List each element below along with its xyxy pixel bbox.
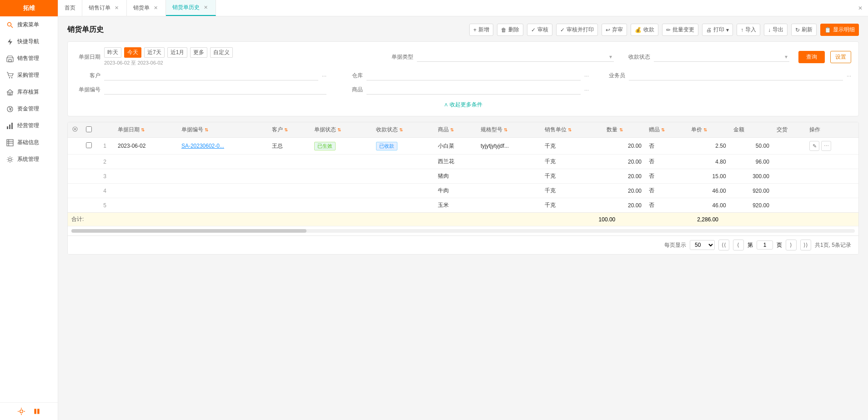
docno-input[interactable] [104,85,326,95]
date-btn-7days[interactable]: 近7天 [144,47,165,58]
sort-icon: ⇅ [450,127,454,132]
edit-action-button[interactable]: ✎ [809,141,819,151]
page-word: 第 [748,241,753,249]
svg-point-0 [8,22,11,26]
row-spec [477,169,541,184]
doc-type-select[interactable]: ▾ [417,52,614,62]
select-all-checkbox[interactable] [86,126,92,132]
sidebar-item-operation[interactable]: 经营管理 [0,117,58,134]
refresh-button[interactable]: ↻ 刷新 [791,24,817,36]
staff-input[interactable] [629,71,843,80]
collect-status-select[interactable]: ▾ [654,52,789,62]
tab-close-icon[interactable]: ✕ [202,4,209,11]
th-gift[interactable]: 赠品 ⇅ [645,122,687,138]
more-action-button[interactable]: ⋯ [821,141,831,151]
date-btn-1month[interactable]: 近1月 [167,47,188,58]
filter-item-goods: 商品 ··· [337,85,589,95]
prev-page-button[interactable]: ⟨ [733,240,744,250]
sidebar-item-inventory[interactable]: 库存核算 [0,84,58,100]
warehouse-dots-icon[interactable]: ··· [584,73,589,79]
horizontal-scrollbar[interactable] [71,229,855,233]
sidebar-item-label: 系统管理 [17,155,39,163]
batch-change-button[interactable]: ✏ 批量变更 [662,24,698,36]
row-checkbox[interactable] [86,142,92,148]
print-button[interactable]: 🖨 打印 ▾ [702,24,733,36]
svg-point-23 [74,128,76,130]
goods-dots-icon[interactable]: ··· [584,87,589,93]
collect-button[interactable]: 💰 收款 [631,24,658,36]
th-collectstatus[interactable]: 收款状态 ⇅ [372,122,434,138]
date-range-value: 2023-06-02 至 2023-06-02 [104,60,377,66]
customer-input[interactable] [104,71,318,80]
page-number-input[interactable] [757,240,773,250]
pause-icon[interactable] [33,407,41,415]
row-goods: 玉米 [434,198,477,213]
th-date[interactable]: 单据日期 ⇅ [114,122,178,138]
settings-bottom-icon[interactable] [17,407,25,415]
date-btn-yesterday[interactable]: 昨天 [104,47,121,58]
th-docno[interactable]: 单据编号 ⇅ [178,122,268,138]
page-size-select[interactable]: 50 100 [690,240,715,250]
row-transaction [773,138,806,155]
tab-home[interactable]: 首页 [58,0,82,16]
tab-sales-order[interactable]: 销售订单 ✕ [82,0,127,16]
goods-input[interactable] [366,85,581,95]
discard-button[interactable]: ↩ 弃审 [602,24,627,36]
tabs-end-close-icon[interactable]: ✕ [853,5,868,11]
audit-button[interactable]: ✓ 审核 [527,24,552,36]
show-detail-button[interactable]: 📋 显示明细 [820,24,859,36]
customer-dots-icon[interactable]: ··· [322,73,326,79]
sidebar-item-search-menu[interactable]: 搜索菜单 [0,16,58,33]
date-btn-more[interactable]: 更多 [190,47,207,58]
row-gift: 否 [645,138,687,155]
export-button[interactable]: ↓ 导出 [764,24,788,36]
tab-sales-history[interactable]: 销货单历史 ✕ [166,0,216,16]
svg-rect-14 [7,140,13,146]
discard-icon: ↩ [606,27,610,33]
settings-filter-button[interactable]: 设置 [830,51,851,63]
import-button[interactable]: ↑ 导入 [737,24,760,36]
th-docstatus[interactable]: 单据状态 ⇅ [311,122,372,138]
add-button[interactable]: + 新增 [469,24,493,36]
docno-link[interactable]: SA-20230602-0... [181,143,224,149]
sidebar-item-quick-nav[interactable]: 快捷导航 [0,33,58,50]
row-price: 46.00 [687,198,730,213]
row-actions [806,198,858,213]
audit-print-button[interactable]: ✓ 审核并打印 [556,24,598,36]
config-icon[interactable] [72,126,78,132]
page-unit: 页 [777,241,782,249]
sidebar-item-system-mgmt[interactable]: 系统管理 [0,151,58,168]
next-page-button[interactable]: ⟩ [786,240,797,250]
row-checkbox-cell [82,138,95,155]
tab-sales-delivery[interactable]: 销货单 ✕ [127,0,166,16]
collapse-button[interactable]: ∧ 收起更多条件 [75,99,851,110]
date-btn-today[interactable]: 今天 [124,47,141,58]
settings-icon [6,156,14,163]
row-goods: 牛肉 [434,184,477,198]
th-goods[interactable]: 商品 ⇅ [434,122,477,138]
sidebar-item-purchase-mgmt[interactable]: 采购管理 [0,67,58,84]
row-date [114,169,178,184]
row-transaction [773,155,806,169]
th-config [68,122,82,138]
warehouse-input[interactable] [366,71,581,80]
date-btn-custom[interactable]: 自定义 [210,47,233,58]
sort-icon: ⇅ [337,127,341,132]
row-docstatus: 已生效 [311,138,372,155]
th-price[interactable]: 单价 ⇅ [687,122,730,138]
sidebar-item-finance[interactable]: ¥ 资金管理 [0,100,58,117]
sidebar-item-basic-info[interactable]: 基础信息 [0,134,58,151]
first-page-button[interactable]: ⟨⟨ [718,240,729,250]
th-unit[interactable]: 销售单位 ⇅ [541,122,603,138]
delete-button[interactable]: 🗑 删除 [497,24,523,36]
th-spec[interactable]: 规格型号 ⇅ [477,122,541,138]
tab-close-icon[interactable]: ✕ [113,5,120,11]
sidebar-item-sales-mgmt[interactable]: 销售管理 [0,50,58,67]
th-qty[interactable]: 数量 ⇅ [603,122,645,138]
tab-close-icon[interactable]: ✕ [152,5,159,11]
query-button[interactable]: 查询 [798,51,825,63]
staff-dots-icon[interactable]: ··· [847,73,851,79]
last-page-button[interactable]: ⟩⟩ [800,240,811,250]
th-customer[interactable]: 客户 ⇅ [268,122,311,138]
svg-point-5 [9,77,10,78]
